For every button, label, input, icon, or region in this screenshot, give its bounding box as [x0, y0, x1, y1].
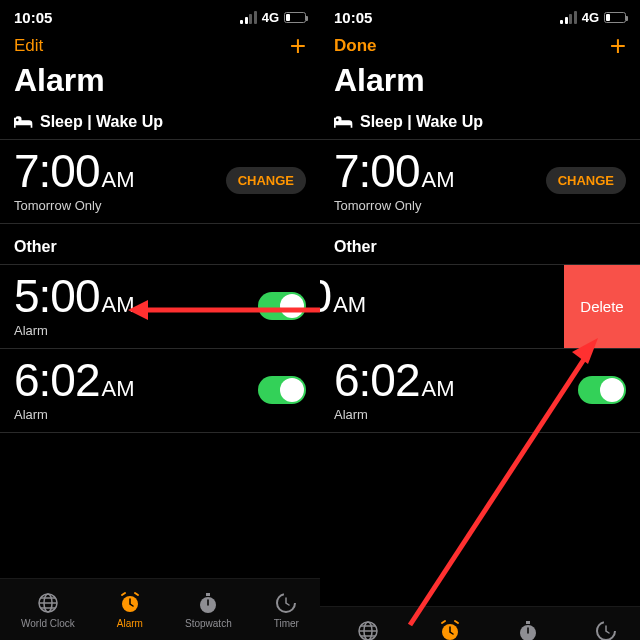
alarm-toggle[interactable] [258, 292, 306, 320]
sleep-time: 7:00AM [334, 148, 455, 194]
svg-rect-4 [206, 593, 210, 596]
timer-icon [594, 619, 618, 641]
sleep-subtitle: Tomorrow Only [334, 198, 455, 213]
alarm-icon [118, 591, 142, 615]
alarm-time: 00AM [320, 273, 366, 319]
page-title: Alarm [0, 60, 320, 113]
alarm-toggle[interactable] [258, 376, 306, 404]
tab-bar: World Clock Alarm Stopwatch Timer [320, 606, 640, 640]
svg-rect-10 [526, 621, 530, 624]
bed-icon [14, 115, 34, 129]
sleep-header-label: Sleep | Wake Up [360, 113, 483, 131]
network-label: 4G [582, 10, 599, 25]
alarm-label: Alarm [14, 323, 135, 338]
status-bar: 10:05 4G [320, 0, 640, 28]
sleep-subtitle: Tomorrow Only [14, 198, 135, 213]
signal-icon [560, 11, 577, 24]
sleep-section-header: Sleep | Wake Up [0, 113, 320, 139]
alarm-row-swiped[interactable]: 00AM Alarm Delete [320, 264, 640, 349]
edit-button[interactable]: Edit [14, 36, 43, 56]
alarm-row[interactable]: 6:02AM Alarm [320, 349, 640, 433]
sleep-section-header: Sleep | Wake Up [320, 113, 640, 139]
sleep-alarm-row[interactable]: 7:00AM Tomorrow Only CHANGE [320, 139, 640, 224]
alarm-icon [438, 619, 462, 641]
battery-icon [284, 12, 306, 23]
alarm-label: Alarm [334, 407, 455, 422]
alarm-toggle[interactable] [578, 376, 626, 404]
bed-icon [334, 115, 354, 129]
status-right: 4G [560, 10, 626, 25]
change-button[interactable]: CHANGE [546, 167, 626, 194]
status-right: 4G [240, 10, 306, 25]
sleep-time: 7:00AM [14, 148, 135, 194]
add-alarm-button[interactable]: + [290, 36, 306, 56]
nav-row: Edit + [0, 28, 320, 60]
globe-icon [356, 619, 380, 641]
alarm-label: Alarm [320, 323, 366, 338]
tab-alarm[interactable]: Alarm [437, 619, 463, 641]
stopwatch-icon [516, 619, 540, 641]
status-time: 10:05 [334, 9, 372, 26]
sleep-alarm-row[interactable]: 7:00AM Tomorrow Only CHANGE [0, 139, 320, 224]
change-button[interactable]: CHANGE [226, 167, 306, 194]
phone-right: 10:05 4G Done + Alarm Sleep | Wake Up 7:… [320, 0, 640, 640]
status-time: 10:05 [14, 9, 52, 26]
tab-alarm[interactable]: Alarm [117, 591, 143, 629]
alarm-time: 6:02AM [334, 357, 455, 403]
tab-stopwatch[interactable]: Stopwatch [185, 591, 232, 629]
tab-bar: World Clock Alarm Stopwatch Timer [0, 578, 320, 640]
delete-button[interactable]: Delete [564, 265, 640, 348]
other-section-header: Other [320, 224, 640, 264]
globe-icon [36, 591, 60, 615]
other-section-header: Other [0, 224, 320, 264]
status-bar: 10:05 4G [0, 0, 320, 28]
alarm-time: 6:02AM [14, 357, 135, 403]
done-button[interactable]: Done [334, 36, 377, 56]
timer-icon [274, 591, 298, 615]
network-label: 4G [262, 10, 279, 25]
tab-timer[interactable]: Timer [594, 619, 619, 641]
stopwatch-icon [196, 591, 220, 615]
battery-icon [604, 12, 626, 23]
tab-world-clock[interactable]: World Clock [341, 619, 395, 641]
signal-icon [240, 11, 257, 24]
battery-fill [606, 14, 610, 21]
tab-world-clock[interactable]: World Clock [21, 591, 75, 629]
page-title: Alarm [320, 60, 640, 113]
alarm-time: 5:00AM [14, 273, 135, 319]
nav-row: Done + [320, 28, 640, 60]
add-alarm-button[interactable]: + [610, 36, 626, 56]
battery-fill [286, 14, 290, 21]
alarm-row[interactable]: 6:02AM Alarm [0, 349, 320, 433]
tab-stopwatch[interactable]: Stopwatch [505, 619, 552, 641]
alarm-row[interactable]: 5:00AM Alarm [0, 264, 320, 349]
phone-left: 10:05 4G Edit + Alarm Sleep | Wake Up 7:… [0, 0, 320, 640]
sleep-header-label: Sleep | Wake Up [40, 113, 163, 131]
alarm-label: Alarm [14, 407, 135, 422]
tab-timer[interactable]: Timer [274, 591, 299, 629]
